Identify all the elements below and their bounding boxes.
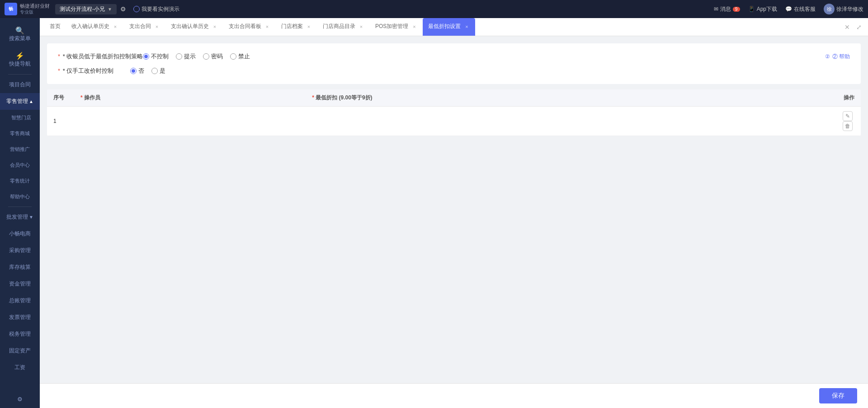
sidebar-divider-2 xyxy=(8,206,32,207)
sidebar-settings-button[interactable]: ⚙ xyxy=(12,390,28,408)
sidebar-item-tax[interactable]: 税务管理 xyxy=(0,326,40,342)
sidebar-item-ledger[interactable]: 总账管理 xyxy=(0,292,40,309)
radio-manual-no-icon xyxy=(130,68,137,74)
sidebar-item-fixed-asset[interactable]: 固定资产 xyxy=(0,342,40,359)
sidebar-item-invoice[interactable]: 发票管理 xyxy=(0,309,40,326)
sidebar-item-ecommerce[interactable]: 小畅电商 xyxy=(0,225,40,242)
tab-home[interactable]: 首页 xyxy=(44,18,66,36)
help-link[interactable]: ② ② 帮助 xyxy=(825,53,850,61)
sidebar-item-member[interactable]: 会员中心 xyxy=(0,157,40,173)
sidebar-item-salary[interactable]: 工资 xyxy=(0,359,40,376)
tab-store-file[interactable]: 门店档案 × xyxy=(276,18,317,36)
sidebar-item-shortcut[interactable]: ⚡ 快捷导航 xyxy=(0,47,40,72)
app-download-button[interactable]: 📱 App下载 xyxy=(748,5,777,13)
message-button[interactable]: ✉ 消息 9 xyxy=(714,5,740,13)
main-layout: 🔍 搜索菜单 ⚡ 快捷导航 项目合同 零售管理 ▲ 智慧门店 零售商城 营销推广… xyxy=(0,18,868,408)
content-area: 首页 收入确认单历史 × 支出合同 × 支出确认单历史 × 支出合同看板 × 门… xyxy=(40,18,868,408)
tab-close-store-product[interactable]: × xyxy=(358,23,364,30)
sidebar-item-purchase[interactable]: 采购管理 xyxy=(0,242,40,259)
radio-no-control[interactable]: 不控制 xyxy=(143,52,169,61)
message-icon: ✉ xyxy=(714,6,718,12)
sidebar-item-help[interactable]: 帮助中心 xyxy=(0,189,40,205)
manual-price-label: * * 仅手工改价时控制 xyxy=(58,67,130,75)
tab-min-discount[interactable]: 最低折扣设置 × xyxy=(423,18,475,36)
tab-close-min-discount[interactable]: × xyxy=(463,23,470,30)
col-seq: 序号 xyxy=(47,89,74,107)
discount-table: 序号 * 操作员 * 最低折扣 (9.00等于9折) 操作 xyxy=(47,89,861,136)
radio-manual-yes[interactable]: 是 xyxy=(151,67,165,75)
radio-password[interactable]: 密码 xyxy=(203,52,223,61)
topbar-right: ✉ 消息 9 📱 App下载 💬 在线客服 徐 徐泽华修改 xyxy=(714,4,863,14)
save-button[interactable]: 保存 xyxy=(819,388,857,403)
tab-pos-password[interactable]: POS加密管理 × xyxy=(370,18,423,36)
radio-prompt[interactable]: 提示 xyxy=(176,52,196,61)
manual-price-options: 否 是 xyxy=(130,67,165,75)
sidebar-item-search[interactable]: 🔍 搜索菜单 xyxy=(0,22,40,47)
tab-close-all-icon[interactable]: ✕ xyxy=(843,23,852,32)
user-avatar: 徐 xyxy=(824,4,835,14)
radio-manual-yes-icon xyxy=(151,68,158,74)
sidebar-item-retail-stat[interactable]: 零售统计 xyxy=(0,173,40,189)
topbar: 畅 畅捷通好业财 专业版 测试分开流程-小兄 ▼ ⚙ 我要看实例演示 ✉ 消息 … xyxy=(0,0,868,18)
manual-price-row: * * 仅手工改价时控制 否 是 xyxy=(58,67,850,75)
cell-operator[interactable] xyxy=(74,107,306,136)
tab-close-pos-password[interactable]: × xyxy=(411,23,417,30)
tab-store-product[interactable]: 门店商品目录 × xyxy=(317,18,370,36)
cell-action: ✎ 🗑 xyxy=(825,107,861,136)
logo-icon: 畅 xyxy=(5,3,17,15)
shortcut-icon: ⚡ xyxy=(2,52,38,60)
tab-pay-board[interactable]: 支出合同看板 × xyxy=(223,18,276,36)
demo-button[interactable]: 我要看实例演示 xyxy=(133,5,179,13)
sidebar-divider-1 xyxy=(8,74,32,75)
discount-table-card: 序号 * 操作员 * 最低折扣 (9.00等于9折) 操作 xyxy=(47,89,861,136)
tab-income-confirm[interactable]: 收入确认单历史 × xyxy=(66,18,124,36)
gear-icon: ⚙ xyxy=(17,396,23,403)
retail-arrow-icon: ▲ xyxy=(29,99,33,104)
tab-close-pay-board[interactable]: × xyxy=(264,23,270,30)
row-edit-button[interactable]: ✎ xyxy=(843,111,853,121)
sidebar-item-smart-store[interactable]: 智慧门店 xyxy=(0,110,40,126)
tab-pay-confirm[interactable]: 支出确认单历史 × xyxy=(165,18,223,36)
settings-form-card: * * 收银员低于最低折扣控制策略 不控制 提示 xyxy=(47,43,861,84)
sidebar: 🔍 搜索菜单 ⚡ 快捷导航 项目合同 零售管理 ▲ 智慧门店 零售商城 营销推广… xyxy=(0,18,40,408)
sidebar-item-inventory[interactable]: 库存核算 xyxy=(0,259,40,276)
sidebar-item-project[interactable]: 项目合同 xyxy=(0,76,40,93)
sidebar-item-marketing[interactable]: 营销推广 xyxy=(0,141,40,157)
tab-close-pay-confirm[interactable]: × xyxy=(212,23,218,30)
radio-forbid[interactable]: 禁止 xyxy=(230,52,250,61)
tab-close-income-confirm[interactable]: × xyxy=(112,23,118,30)
online-service-button[interactable]: 💬 在线客服 xyxy=(785,5,816,13)
help-icon: ② xyxy=(825,53,830,60)
sidebar-item-retail[interactable]: 零售管理 ▲ xyxy=(0,93,40,110)
col-operator: * 操作员 xyxy=(74,89,306,107)
tab-close-store-file[interactable]: × xyxy=(306,23,312,30)
radio-prompt-icon xyxy=(176,53,182,60)
settings-icon[interactable]: ⚙ xyxy=(120,5,126,13)
sidebar-item-retail-mall[interactable]: 零售商城 xyxy=(0,126,40,141)
page-footer: 保存 xyxy=(40,383,868,408)
tab-expand-icon[interactable]: ⤢ xyxy=(854,23,863,32)
sidebar-item-wholesale[interactable]: 批发管理 ▼ xyxy=(0,209,40,225)
sidebar-item-capital[interactable]: 资金管理 xyxy=(0,276,40,292)
service-icon: 💬 xyxy=(785,6,792,12)
page-content: * * 收银员低于最低折扣控制策略 不控制 提示 xyxy=(40,36,868,383)
cell-seq: 1 xyxy=(47,107,74,136)
radio-no-control-icon xyxy=(143,53,149,60)
table-row: 1 ✎ 🗑 xyxy=(47,107,861,136)
download-icon: 📱 xyxy=(748,6,755,12)
discount-policy-options: 不控制 提示 密码 禁止 xyxy=(143,52,250,61)
search-icon: 🔍 xyxy=(2,26,38,35)
cell-min-discount[interactable] xyxy=(306,107,825,136)
col-min-discount: * 最低折扣 (9.00等于9折) xyxy=(306,89,825,107)
project-selector[interactable]: 测试分开流程-小兄 ▼ xyxy=(55,4,117,14)
tabbar-actions: ✕ ⤢ xyxy=(843,23,863,32)
tab-pay-contract[interactable]: 支出合同 × xyxy=(124,18,165,36)
table-header-row: 序号 * 操作员 * 最低折扣 (9.00等于9折) 操作 xyxy=(47,89,861,107)
wholesale-arrow-icon: ▼ xyxy=(29,215,33,220)
row-delete-button[interactable]: 🗑 xyxy=(843,121,853,131)
user-menu[interactable]: 徐 徐泽华修改 xyxy=(824,4,863,14)
radio-manual-no[interactable]: 否 xyxy=(130,67,144,75)
tab-close-pay-contract[interactable]: × xyxy=(154,23,160,30)
discount-policy-label: * * 收银员低于最低折扣控制策略 xyxy=(58,52,143,61)
discount-policy-row: * * 收银员低于最低折扣控制策略 不控制 提示 xyxy=(58,52,850,61)
